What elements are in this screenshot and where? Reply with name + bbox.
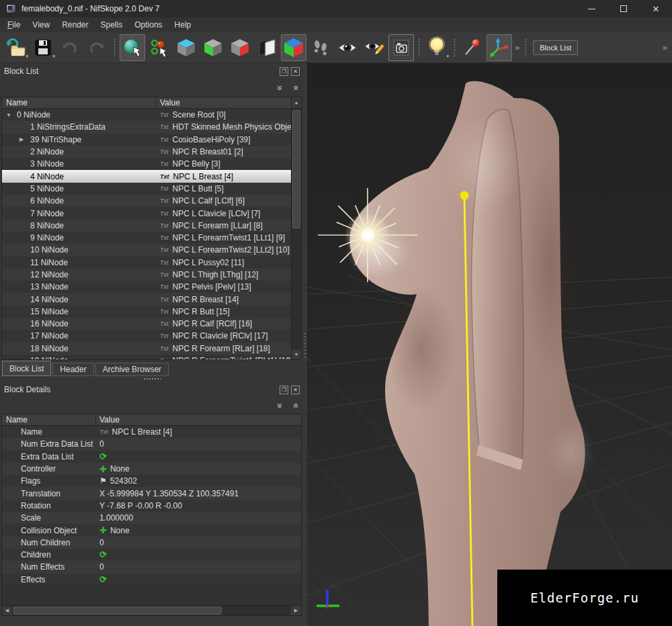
block-list-row[interactable]: 14 NiNodeTxtNPC R Breast [14] bbox=[2, 293, 301, 305]
block-details-row[interactable]: Num Extra Data List0 bbox=[2, 438, 301, 450]
block-details-row[interactable]: Num Effects0 bbox=[2, 561, 301, 573]
block-list-close-button[interactable]: ✕ bbox=[291, 67, 300, 76]
scrollbar-thumb[interactable] bbox=[13, 607, 222, 615]
block-list-row[interactable]: ▼0 NiNodeTxtScene Root [0] bbox=[2, 109, 301, 121]
maximize-button[interactable] bbox=[607, 0, 640, 17]
tab-block-list[interactable]: Block List bbox=[2, 361, 51, 376]
block-details-row[interactable]: RotationY -7.68 P -0.00 R -0.00 bbox=[2, 500, 301, 512]
scroll-down-icon[interactable]: ▼ bbox=[292, 349, 301, 359]
perspective-cube-button[interactable] bbox=[281, 34, 306, 61]
block-list-row[interactable]: 19 NiNodeTxtNPC R ForearmTwist1 [RLt1] [… bbox=[2, 355, 301, 359]
block-list-row[interactable]: 18 NiNodeTxtNPC R Forearm [RLar] [18] bbox=[2, 343, 301, 355]
block-details-row[interactable]: NameTxtNPC L Breast [4] bbox=[2, 426, 301, 438]
screenshot-button[interactable] bbox=[388, 34, 414, 61]
collapse-all-icon[interactable]: » bbox=[275, 403, 286, 408]
block-list-row[interactable]: 10 NiNodeTxtNPC L ForearmTwist2 [LLt2] [… bbox=[2, 244, 301, 256]
undo-button[interactable] bbox=[57, 34, 83, 61]
menu-item-view[interactable]: View bbox=[26, 19, 56, 31]
block-list-row[interactable]: 3 NiNodeTxtNPC Belly [3] bbox=[2, 158, 301, 170]
scroll-left-icon[interactable]: ◀ bbox=[2, 606, 12, 615]
block-list-row[interactable]: 4 NiNodeTxtNPC L Breast [4] bbox=[2, 170, 301, 182]
block-details-row[interactable]: Num Children0 bbox=[2, 537, 301, 549]
lighting-dropdown-arrow-icon[interactable]: ▾ bbox=[446, 54, 449, 59]
block-details-header-row: Name Value bbox=[2, 414, 301, 426]
edit-visibility-button[interactable] bbox=[362, 34, 387, 61]
block-list-row[interactable]: 13 NiNodeTxtNPC Pelvis [Pelv] [13] bbox=[2, 281, 301, 293]
block-list-vertical-scrollbar[interactable]: ▲ ▼ bbox=[291, 97, 301, 359]
block-details-row[interactable]: Scale1.000000 bbox=[2, 512, 301, 524]
toolbar-overflow-icon[interactable]: » bbox=[661, 42, 669, 52]
block-details-row[interactable]: Controller✚None bbox=[2, 463, 301, 475]
block-list-row[interactable]: ▶39 NiTriShapeTxtCosioBaseHiPoly [39] bbox=[2, 134, 301, 146]
redo-button[interactable] bbox=[84, 34, 110, 61]
block-details-row[interactable]: Extra Data List⟳ bbox=[2, 451, 301, 463]
minimize-button[interactable] bbox=[575, 0, 607, 17]
scroll-right-icon[interactable]: ▶ bbox=[291, 606, 301, 615]
dock-splitter[interactable] bbox=[0, 376, 303, 382]
toolbar-overflow-icon[interactable]: » bbox=[513, 42, 521, 52]
block-details-row[interactable]: TranslationX -5.999984 Y 1.350534 Z 100.… bbox=[2, 487, 301, 499]
block-list-row[interactable]: 6 NiNodeTxtNPC L Calf [LClf] [6] bbox=[2, 195, 301, 207]
block-details-close-button[interactable]: ✕ bbox=[291, 386, 300, 394]
view-front-button[interactable] bbox=[200, 34, 226, 61]
block-list-row[interactable]: 5 NiNodeTxtNPC L Butt [5] bbox=[2, 183, 301, 195]
block-list-row[interactable]: 12 NiNodeTxtNPC L Thigh [LThg] [12] bbox=[2, 269, 301, 281]
menu-item-render[interactable]: Render bbox=[56, 19, 94, 31]
open-dropdown-arrow-icon[interactable]: ▾ bbox=[26, 54, 28, 59]
block-list-row[interactable]: 7 NiNodeTxtNPC L Clavicle [LClv] [7] bbox=[2, 207, 301, 219]
block-list-toolbar-button[interactable]: Block List bbox=[533, 40, 578, 55]
walk-mode-icon bbox=[310, 38, 331, 58]
visibility-button[interactable] bbox=[335, 34, 360, 61]
expander-icon[interactable]: ▼ bbox=[6, 112, 17, 118]
menu-item-file[interactable]: File bbox=[1, 19, 26, 31]
block-details-float-button[interactable]: ❐ bbox=[280, 386, 288, 394]
viewport-3d[interactable]: ElderForge.ru bbox=[307, 63, 672, 626]
column-header-value[interactable]: Value bbox=[96, 414, 301, 425]
block-list-row[interactable]: 1 NiStringsExtraDataTxtHDT Skinned Mesh … bbox=[2, 121, 301, 133]
pin-button[interactable] bbox=[460, 34, 485, 61]
walk-mode-button[interactable] bbox=[308, 34, 333, 61]
block-list-row[interactable]: 15 NiNodeTxtNPC R Butt [15] bbox=[2, 306, 301, 318]
scrollbar-thumb[interactable] bbox=[292, 110, 300, 228]
menu-item-spells[interactable]: Spells bbox=[95, 19, 129, 31]
select-vertex-button[interactable] bbox=[146, 34, 172, 61]
menu-item-options[interactable]: Options bbox=[128, 19, 168, 31]
block-details-row[interactable]: Children⟳ bbox=[2, 549, 301, 561]
view-top-button[interactable] bbox=[173, 34, 199, 61]
block-list-row[interactable]: 8 NiNodeTxtNPC L Forearm [LLar] [8] bbox=[2, 220, 301, 232]
menu-item-help[interactable]: Help bbox=[169, 19, 198, 31]
column-header-name[interactable]: Name bbox=[2, 414, 96, 425]
axes-button[interactable] bbox=[487, 34, 512, 61]
open-button[interactable]: ▾ bbox=[3, 34, 29, 61]
column-header-value[interactable]: Value bbox=[157, 97, 301, 108]
block-name: 14 NiNode bbox=[30, 295, 69, 304]
block-list-row[interactable]: 17 NiNodeTxtNPC R Clavicle [RClv] [17] bbox=[2, 330, 301, 342]
block-list-row[interactable]: 11 NiNodeTxtNPC L Pussy02 [11] bbox=[2, 257, 301, 269]
save-button[interactable]: ▾ bbox=[30, 34, 56, 61]
block-details-row[interactable]: Flags⚑524302 bbox=[2, 475, 301, 487]
view-side-button[interactable] bbox=[227, 34, 253, 61]
expander-icon[interactable]: ▶ bbox=[19, 136, 30, 142]
save-dropdown-arrow-icon[interactable]: ▾ bbox=[52, 54, 55, 59]
block-list-row[interactable]: 9 NiNodeTxtNPC L ForearmTwist1 [LLt1] [9… bbox=[2, 232, 301, 244]
field-name: Name bbox=[21, 427, 42, 437]
block-list-float-button[interactable]: ❐ bbox=[280, 67, 288, 76]
two-sided-button[interactable] bbox=[254, 34, 280, 61]
close-button[interactable]: ✕ bbox=[640, 0, 672, 17]
block-list-row[interactable]: 2 NiNodeTxtNPC R Breast01 [2] bbox=[2, 146, 301, 158]
toolbar: ▾ ▾ bbox=[0, 32, 672, 63]
select-object-button[interactable] bbox=[120, 34, 145, 61]
block-details-horizontal-scrollbar[interactable]: ◀ ▶ bbox=[2, 605, 301, 615]
expand-all-icon[interactable]: » bbox=[290, 403, 300, 408]
lighting-button[interactable]: ▾ bbox=[424, 34, 450, 61]
field-value: 1.000000 bbox=[99, 513, 133, 523]
block-list-row[interactable]: 16 NiNodeTxtNPC R Calf [RClf] [16] bbox=[2, 318, 301, 330]
collapse-all-icon[interactable]: » bbox=[275, 85, 286, 91]
tab-archive-browser[interactable]: Archive Browser bbox=[95, 363, 169, 376]
block-details-row[interactable]: Collision Object✚None bbox=[2, 524, 301, 536]
tab-header[interactable]: Header bbox=[52, 363, 93, 376]
block-details-row[interactable]: Effects⟳ bbox=[2, 574, 301, 585]
expand-all-icon[interactable]: » bbox=[290, 85, 300, 91]
scroll-up-icon[interactable]: ▲ bbox=[292, 97, 301, 107]
column-header-name[interactable]: Name bbox=[2, 97, 157, 108]
